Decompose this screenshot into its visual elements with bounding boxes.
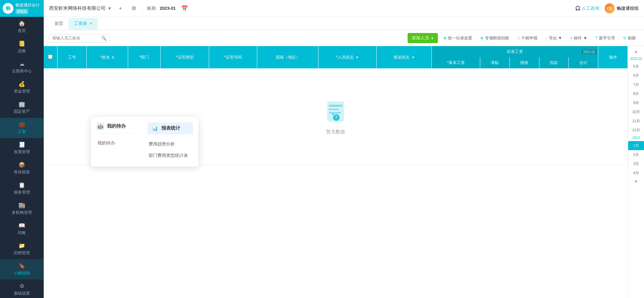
export-label: 导出 bbox=[549, 35, 557, 41]
report-filter-icon[interactable]: ▼ bbox=[412, 56, 415, 59]
month-nav-up[interactable]: ▲ bbox=[632, 47, 640, 56]
sidebar-item-assets[interactable]: 🏢 固定资产 bbox=[0, 98, 44, 118]
th-base-salary: *基本工资 bbox=[432, 57, 480, 68]
dept-cost-label: 部门费用类型统计表 bbox=[149, 153, 188, 159]
cost-trend-label: 费用趋势分析 bbox=[149, 141, 175, 147]
th-total: 合计 bbox=[569, 57, 598, 68]
month-item-5[interactable]: 5月 bbox=[628, 62, 644, 71]
expense-icon: 🔖 bbox=[18, 263, 25, 269]
popup-item-dept-cost[interactable]: 部门费用类型统计表 bbox=[147, 150, 193, 161]
popup-report-header: 📊 报表统计 bbox=[147, 122, 193, 134]
home-icon: 🏠 bbox=[18, 20, 25, 27]
select-all-checkbox[interactable] bbox=[48, 55, 52, 59]
month-item-12[interactable]: 12月 bbox=[628, 126, 644, 135]
export-button[interactable]: ↓ 导出 ▼ bbox=[543, 34, 565, 42]
popup-todo-header: 🤖 我的待办 bbox=[96, 122, 142, 133]
user-name: 畅捷通组组 bbox=[617, 5, 639, 11]
th-checkbox[interactable] bbox=[44, 46, 57, 68]
add-person-button[interactable]: 添加人员 ▼ bbox=[408, 33, 438, 43]
no-data-icon: ? bbox=[322, 98, 349, 125]
nav-label-home: 首页 bbox=[18, 28, 26, 34]
month-item-4[interactable]: 4月 bbox=[628, 168, 644, 177]
th-salary-group: 应发工资 2023.01 bbox=[432, 46, 598, 57]
sidebar-item-multiorg[interactable]: 🏬 多机构管理 bbox=[0, 199, 44, 219]
search-box: 🔍 bbox=[49, 34, 110, 42]
period-label: 账期 bbox=[147, 5, 156, 11]
service-button[interactable]: 🎧 人工咨询 bbox=[575, 5, 599, 11]
nav-label-archive: 归档管理 bbox=[14, 250, 30, 256]
sidebar-item-expense[interactable]: 🔖 小畅报销 bbox=[0, 259, 44, 279]
user-info[interactable]: CE 畅捷通组组 bbox=[605, 3, 639, 13]
settings-button[interactable]: ⚙ bbox=[129, 4, 139, 13]
month-panel: ▲ 2023.01 5月 6月 7月 8月 9月 10月 11月 12月 202… bbox=[628, 46, 644, 298]
month-curr-year-label: 2023 bbox=[632, 135, 640, 141]
sidebar-item-archive[interactable]: 📁 归档管理 bbox=[0, 239, 44, 259]
cloud-icon: ☁ bbox=[19, 61, 25, 67]
month-item-2[interactable]: 2月 bbox=[628, 150, 644, 159]
month-item-11[interactable]: 11月 bbox=[628, 117, 644, 126]
logo-icon: 畅 bbox=[3, 3, 13, 14]
popup-item-my-todo[interactable]: 我的待办 bbox=[96, 137, 142, 149]
salary-icon: 💼 bbox=[18, 121, 25, 128]
tax-deduction-button[interactable]: ⊕ 专项附加扣除 bbox=[478, 34, 512, 42]
logo-title: 畅捷通好会计 bbox=[15, 3, 40, 8]
guide-label: 新手引导 bbox=[599, 35, 615, 41]
company-dropdown-arrow: ▼ bbox=[108, 6, 112, 11]
refresh-button[interactable]: ↻ 刷新 bbox=[620, 34, 639, 42]
add-company-button[interactable]: + bbox=[116, 4, 125, 13]
social-insurance-button[interactable]: ⊕ 统一社保设置 bbox=[441, 34, 475, 42]
sidebar-item-finance[interactable]: 💰 资金管理 bbox=[0, 77, 44, 98]
popup-sections: 🤖 我的待办 我的待办 📊 报表统计 bbox=[96, 122, 193, 161]
operation-button[interactable]: ≡ 操作 ▼ bbox=[567, 34, 590, 42]
month-nav-down[interactable]: ▼ bbox=[632, 177, 640, 186]
refresh-icon: ↻ bbox=[623, 36, 627, 40]
month-item-3[interactable]: 3月 bbox=[628, 159, 644, 168]
company-selector[interactable]: 西安虾米网络科技有限公司 ▼ bbox=[49, 5, 112, 11]
th-dept: *部门 bbox=[128, 46, 161, 68]
tab-home[interactable]: 首页 bbox=[49, 18, 69, 30]
month-item-10[interactable]: 10月 bbox=[628, 107, 644, 117]
toolbar: 🔍 添加人员 ▼ ⊕ 统一社保设置 ⊕ 专项附加扣除 □ 个税申报 ↓ 导出 bbox=[44, 30, 644, 46]
logo-subtitle: 旗舰版 bbox=[15, 9, 28, 14]
name-sort-icon[interactable]: ⇅ bbox=[112, 56, 114, 59]
sidebar-item-ledger[interactable]: 📒 总账 bbox=[0, 37, 44, 57]
sidebar-item-cloud[interactable]: ☁ 云报表中心 bbox=[0, 57, 44, 77]
month-item-7[interactable]: 7月 bbox=[628, 80, 644, 89]
tab-close-icon[interactable]: ✕ bbox=[89, 21, 92, 26]
sidebar-item-close[interactable]: 📖 结账 bbox=[0, 219, 44, 239]
topbar: 西安虾米网络科技有限公司 ▼ + ⚙ 账期 2023-01 📅 🎧 人工咨询 C… bbox=[44, 0, 644, 17]
month-item-8[interactable]: 8月 bbox=[628, 89, 644, 98]
tax-deduction-icon: ⊕ bbox=[480, 36, 484, 40]
todo-title-row: 🤖 我的待办 bbox=[96, 122, 126, 130]
add-person-label: 添加人员 bbox=[412, 35, 429, 41]
nav-label-inventory: 库存核算 bbox=[14, 169, 30, 175]
month-item-6[interactable]: 6月 bbox=[628, 71, 644, 80]
nav-label-multiorg: 多机构管理 bbox=[12, 210, 32, 216]
tab-salary[interactable]: 工资表 ✕ bbox=[69, 18, 98, 30]
report-title: 报表统计 bbox=[161, 125, 180, 131]
sidebar-item-invoice[interactable]: 🧾 发票管理 bbox=[0, 138, 44, 158]
sidebar-item-settings[interactable]: ⚙ 基础设置 bbox=[0, 279, 44, 298]
search-input[interactable] bbox=[52, 36, 99, 40]
sidebar-item-tax[interactable]: 📋 税务管理 bbox=[0, 178, 44, 199]
sidebar-item-salary[interactable]: 💼 工资 bbox=[0, 118, 44, 138]
logo-text-block: 畅捷通好会计 旗舰版 bbox=[15, 3, 40, 14]
th-status: *人员状态 ▼ bbox=[318, 46, 376, 68]
calendar-icon[interactable]: 📅 bbox=[180, 4, 189, 13]
guide-button[interactable]: ? 新手引导 bbox=[593, 34, 618, 42]
sidebar-item-home[interactable]: 🏠 首页 bbox=[0, 17, 44, 37]
month-item-9[interactable]: 9月 bbox=[628, 98, 644, 107]
close-accounts-icon: 📖 bbox=[18, 222, 25, 229]
finance-icon: 💰 bbox=[18, 81, 25, 87]
nav-label-close: 结账 bbox=[18, 230, 26, 236]
popup-item-cost-trend[interactable]: 费用趋势分析 bbox=[147, 138, 193, 150]
th-work-no: 工号 bbox=[57, 46, 87, 68]
month-item-1-current[interactable]: 1月 bbox=[628, 141, 644, 150]
status-filter-icon[interactable]: ▼ bbox=[355, 56, 359, 59]
assets-icon: 🏢 bbox=[18, 101, 25, 107]
ledger-icon: 📒 bbox=[18, 40, 25, 47]
search-icon[interactable]: 🔍 bbox=[101, 36, 107, 41]
period-badge: 2023.01 bbox=[582, 49, 597, 54]
sidebar-item-inventory[interactable]: 📦 库存核算 bbox=[0, 158, 44, 178]
tax-report-button[interactable]: □ 个税申报 bbox=[515, 34, 540, 42]
